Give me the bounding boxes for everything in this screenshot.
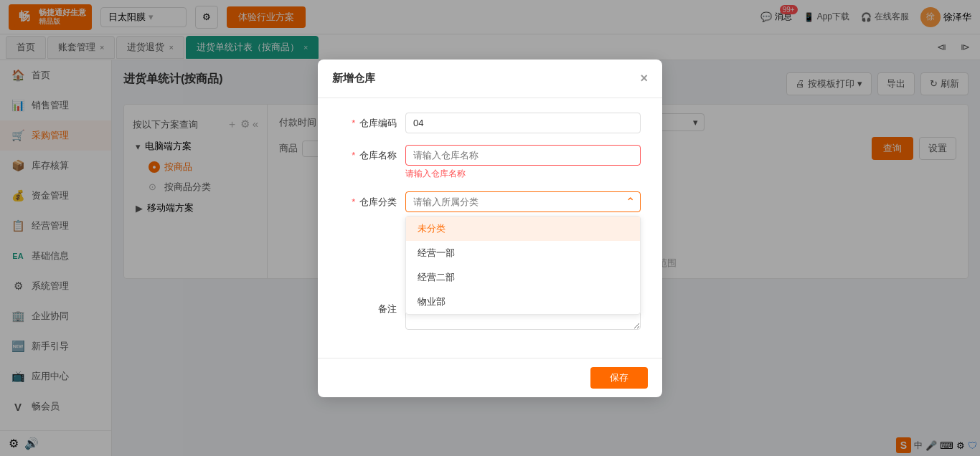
name-error-msg: 请输入仓库名称 xyxy=(405,168,641,180)
category-label: * 仓库分类 xyxy=(339,191,397,209)
new-warehouse-modal: 新增仓库 × * 仓库编码 * 仓库名称 xyxy=(318,60,662,397)
name-label: * 仓库名称 xyxy=(339,145,397,162)
modal-close-button[interactable]: × xyxy=(640,71,648,86)
code-label: * 仓库编码 xyxy=(339,113,397,130)
modal-overlay: 新增仓库 × * 仓库编码 * 仓库名称 xyxy=(0,0,980,456)
dropdown-item-ops1[interactable]: 经营一部 xyxy=(406,241,640,265)
form-row-code: * 仓库编码 xyxy=(339,113,641,133)
code-field xyxy=(405,113,641,133)
modal-header: 新增仓库 × xyxy=(318,60,662,98)
form-row-category: * 仓库分类 ⌃ 未分类 经营一部 xyxy=(339,191,641,212)
category-dropdown: 未分类 经营一部 经营二部 物业部 xyxy=(405,216,641,315)
modal-title: 新增仓库 xyxy=(332,72,375,85)
category-input-wrapper: ⌃ xyxy=(405,191,641,212)
code-input[interactable] xyxy=(405,113,641,133)
modal-body: * 仓库编码 * 仓库名称 请输入仓库名称 xyxy=(318,98,662,358)
form-row-name: * 仓库名称 请输入仓库名称 xyxy=(339,145,641,180)
dropdown-item-ops2[interactable]: 经营二部 xyxy=(406,265,640,290)
remark-label: 备注 xyxy=(339,298,397,315)
dropdown-item-uncategorized[interactable]: 未分类 xyxy=(406,217,640,241)
dropdown-item-property[interactable]: 物业部 xyxy=(406,290,640,314)
name-input[interactable] xyxy=(405,145,641,166)
category-field: ⌃ 未分类 经营一部 经营二部 物业部 xyxy=(405,191,641,212)
category-input[interactable] xyxy=(405,191,641,212)
chevron-up-icon[interactable]: ⌃ xyxy=(626,195,635,209)
modal-footer: 保存 xyxy=(318,358,662,397)
save-button[interactable]: 保存 xyxy=(590,367,648,389)
name-field: 请输入仓库名称 xyxy=(405,145,641,180)
